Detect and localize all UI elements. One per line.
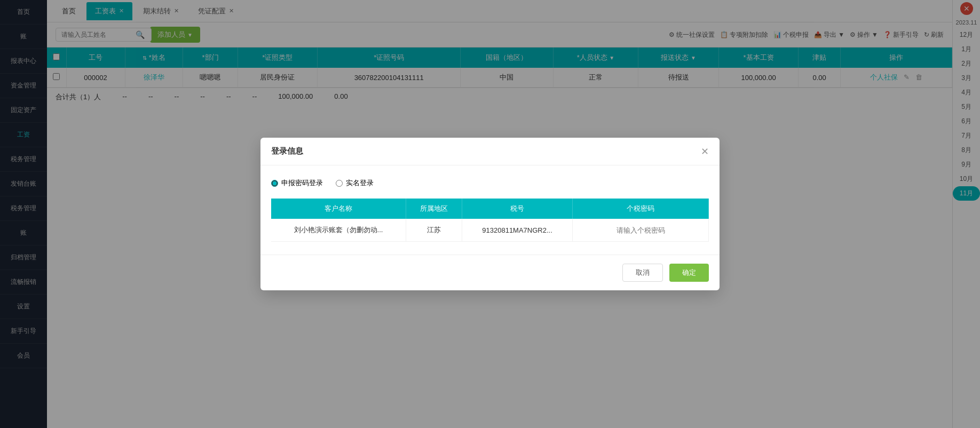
modal-title: 登录信息 <box>271 146 303 156</box>
modal-close-btn[interactable]: ✕ <box>701 147 709 156</box>
radio-password[interactable] <box>271 180 278 187</box>
radio-label-realname[interactable]: 实名登录 <box>336 178 374 188</box>
radio-realname[interactable] <box>336 180 343 187</box>
modal-footer: 取消 确定 <box>260 255 720 290</box>
modal-client-region: 江苏 <box>406 219 462 242</box>
login-type-radio-group: 申报密码登录 实名登录 <box>271 178 709 188</box>
modal-client-table: 客户名称 所属地区 税号 个税密码 刘小艳演示账套（勿删勿动... 江苏 913… <box>271 199 709 242</box>
confirm-button[interactable]: 确定 <box>669 264 709 282</box>
modal-password-input-cell <box>573 219 709 242</box>
cancel-button[interactable]: 取消 <box>622 264 663 282</box>
modal-col-password: 个税密码 <box>573 199 709 219</box>
modal-overlay: 登录信息 ✕ 申报密码登录 实名登录 客户名称 所属地区 <box>0 0 980 428</box>
modal-col-name: 客户名称 <box>271 199 406 219</box>
login-info-modal: 登录信息 ✕ 申报密码登录 实名登录 客户名称 所属地区 <box>260 138 720 290</box>
modal-header: 登录信息 ✕ <box>260 138 720 165</box>
modal-col-region: 所属地区 <box>406 199 462 219</box>
modal-col-tax-no: 税号 <box>462 199 573 219</box>
modal-client-tax-no: 91320811MA7NGR2... <box>462 219 573 242</box>
modal-client-name: 刘小艳演示账套（勿删勿动... <box>271 219 406 242</box>
modal-body: 申报密码登录 实名登录 客户名称 所属地区 税号 个税密码 <box>260 165 720 255</box>
radio-label-password[interactable]: 申报密码登录 <box>271 178 323 188</box>
tax-password-input[interactable] <box>580 226 701 234</box>
modal-table-row: 刘小艳演示账套（勿删勿动... 江苏 91320811MA7NGR2... <box>271 219 709 242</box>
